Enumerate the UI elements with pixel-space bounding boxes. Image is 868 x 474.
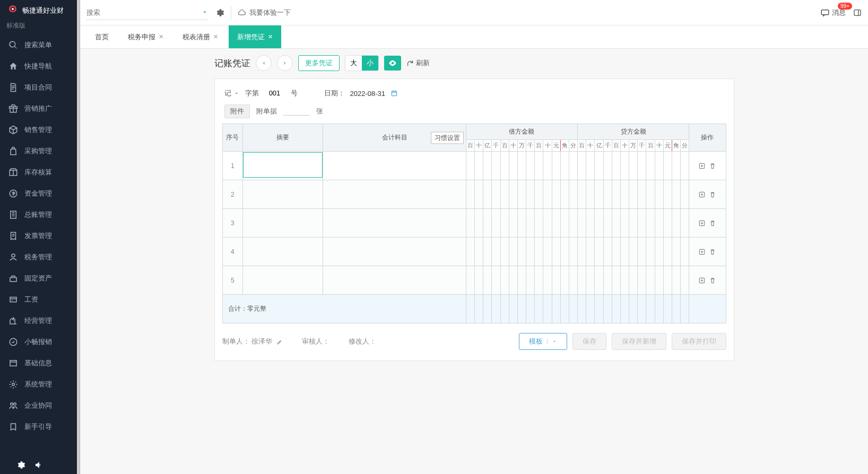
tab-2[interactable]: 税表清册✕: [174, 25, 227, 48]
digit-cell[interactable]: [586, 266, 595, 295]
digit-cell[interactable]: [509, 238, 517, 266]
digit-cell[interactable]: [681, 152, 689, 180]
digit-cell[interactable]: [681, 209, 689, 238]
sidebar-item-3[interactable]: 营销推广: [0, 98, 77, 119]
digit-cell[interactable]: [552, 238, 560, 266]
digit-cell[interactable]: [603, 266, 612, 295]
digit-cell[interactable]: [492, 238, 500, 266]
digit-cell[interactable]: [586, 180, 595, 209]
sidebar-item-4[interactable]: 销售管理: [0, 119, 77, 141]
sidebar-item-17[interactable]: 企业协同: [0, 395, 77, 416]
digit-cell[interactable]: [655, 266, 663, 295]
digit-cell[interactable]: [492, 180, 500, 209]
digit-cell[interactable]: [646, 180, 655, 209]
digit-cell[interactable]: [475, 180, 483, 209]
digit-cell[interactable]: [466, 209, 474, 238]
digit-cell[interactable]: [475, 152, 483, 180]
delete-row-icon[interactable]: [709, 162, 716, 170]
subject-cell[interactable]: [323, 152, 466, 180]
delete-row-icon[interactable]: [709, 248, 716, 256]
sidebar-item-14[interactable]: 小畅报销: [0, 331, 77, 353]
digit-cell[interactable]: [578, 209, 586, 238]
digit-cell[interactable]: [466, 180, 474, 209]
size-large[interactable]: 大: [345, 56, 362, 71]
chevron-down-icon[interactable]: [201, 8, 209, 16]
digit-cell[interactable]: [595, 238, 603, 266]
preview-button[interactable]: [384, 56, 401, 71]
add-row-icon[interactable]: [698, 277, 706, 284]
digit-cell[interactable]: [500, 152, 509, 180]
digit-cell[interactable]: [681, 180, 689, 209]
add-row-icon[interactable]: [698, 191, 706, 198]
sidebar-item-0[interactable]: 搜索菜单: [0, 34, 77, 56]
digit-cell[interactable]: [526, 180, 535, 209]
digit-cell[interactable]: [560, 180, 569, 209]
gear-icon[interactable]: [215, 8, 224, 17]
digit-cell[interactable]: [500, 238, 509, 266]
next-voucher-button[interactable]: [277, 55, 293, 71]
digit-cell[interactable]: [612, 238, 620, 266]
digit-cell[interactable]: [466, 238, 474, 266]
digit-cell[interactable]: [466, 266, 474, 295]
digit-cell[interactable]: [603, 152, 612, 180]
digit-cell[interactable]: [517, 238, 526, 266]
digit-cell[interactable]: [543, 180, 552, 209]
digit-cell[interactable]: [492, 152, 500, 180]
settings-icon[interactable]: [16, 460, 25, 470]
digit-cell[interactable]: [620, 180, 629, 209]
digit-cell[interactable]: [569, 266, 577, 295]
digit-cell[interactable]: [672, 238, 681, 266]
subject-cell[interactable]: [323, 180, 466, 209]
sidebar-item-12[interactable]: 工资: [0, 289, 77, 310]
attachment-button[interactable]: 附件: [224, 104, 250, 118]
digit-cell[interactable]: [560, 238, 569, 266]
digit-cell[interactable]: [655, 238, 663, 266]
digit-cell[interactable]: [509, 180, 517, 209]
close-icon[interactable]: ✕: [268, 33, 273, 40]
digit-cell[interactable]: [535, 238, 543, 266]
digit-cell[interactable]: [500, 180, 509, 209]
digit-cell[interactable]: [638, 238, 646, 266]
digit-cell[interactable]: [586, 238, 595, 266]
digit-cell[interactable]: [595, 152, 603, 180]
digit-cell[interactable]: [595, 209, 603, 238]
digit-cell[interactable]: [620, 209, 629, 238]
digit-cell[interactable]: [612, 152, 620, 180]
prev-voucher-button[interactable]: [256, 55, 272, 71]
digit-cell[interactable]: [475, 266, 483, 295]
digit-cell[interactable]: [629, 209, 638, 238]
digit-cell[interactable]: [612, 180, 620, 209]
digit-cell[interactable]: [483, 152, 492, 180]
sidebar-item-7[interactable]: 资金管理: [0, 183, 77, 204]
digit-cell[interactable]: [663, 238, 672, 266]
calendar-icon[interactable]: [390, 90, 398, 97]
digit-cell[interactable]: [603, 180, 612, 209]
digit-cell[interactable]: [663, 266, 672, 295]
digit-cell[interactable]: [672, 152, 681, 180]
template-button[interactable]: 模板: [519, 333, 567, 350]
close-icon[interactable]: ✕: [213, 33, 218, 40]
digit-cell[interactable]: [646, 266, 655, 295]
sidebar-item-10[interactable]: 税务管理: [0, 247, 77, 268]
subject-cell[interactable]: [323, 238, 466, 266]
digit-cell[interactable]: [543, 209, 552, 238]
digit-cell[interactable]: [569, 209, 577, 238]
digit-cell[interactable]: [526, 238, 535, 266]
digit-cell[interactable]: [646, 152, 655, 180]
digit-cell[interactable]: [638, 209, 646, 238]
sidebar-item-2[interactable]: 项目合同: [0, 77, 77, 98]
digit-cell[interactable]: [517, 180, 526, 209]
digit-cell[interactable]: [578, 180, 586, 209]
digit-cell[interactable]: [638, 180, 646, 209]
digit-cell[interactable]: [543, 266, 552, 295]
save-button[interactable]: 保存: [572, 333, 606, 350]
sidebar-item-1[interactable]: 快捷导航: [0, 56, 77, 77]
digit-cell[interactable]: [509, 152, 517, 180]
add-row-icon[interactable]: [698, 220, 706, 227]
subject-cell[interactable]: [323, 209, 466, 238]
chevron-down-icon[interactable]: [547, 339, 557, 344]
digit-cell[interactable]: [509, 209, 517, 238]
summary-input[interactable]: [243, 152, 323, 178]
habit-settings-button[interactable]: 习惯设置: [431, 131, 464, 144]
digit-cell[interactable]: [475, 209, 483, 238]
